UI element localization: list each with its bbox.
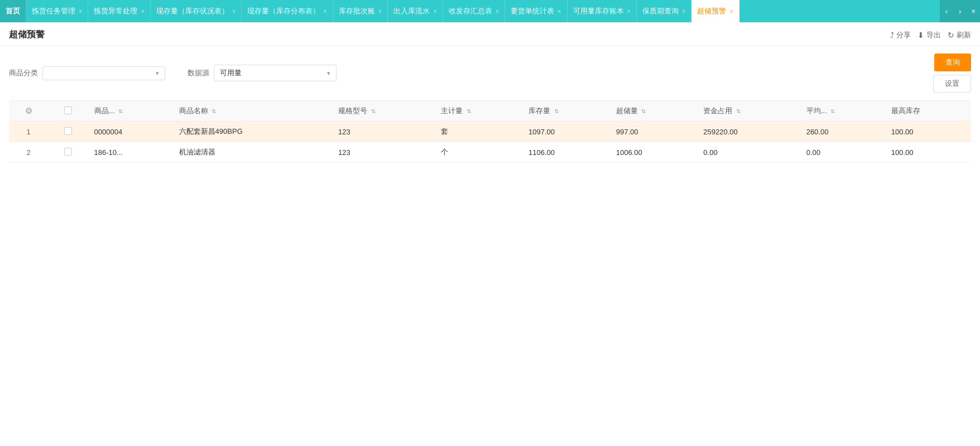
category-filter-group: 商品分类 ▾ [9,66,165,80]
table-row: 2 186-10... 机油滤清器 123 个 1106.00 1006.00 … [9,142,971,163]
nav-close-icon[interactable]: × [496,8,499,14]
nav-label: 保质期查询 [642,6,679,16]
nav-close-active-icon[interactable]: × [729,8,733,14]
share-label: 分享 [896,30,911,40]
nav-label: 超储预警 [697,6,726,16]
nav-item-inventory-dist[interactable]: 现存量（库存分布表） × [242,0,333,22]
nav-item-inventory-status[interactable]: 现存量（库存状况表） × [151,0,242,22]
datasource-filter-group: 数据源 可用量 ▾ [188,65,337,81]
spec-column-header[interactable]: 规格型号 ⇅ [333,101,435,122]
row-avg: 0.00 [801,142,886,163]
nav-item-inventory-batch[interactable]: 库存批次账 × [333,0,388,22]
nav-label: 出入库流水 [393,6,430,16]
nav-item-available-account[interactable]: 可用量库存账本 × [568,0,637,22]
nav-item-quality-check[interactable]: 保质期查询 × [637,0,691,22]
row-num: 1 [9,122,48,142]
nav-label: 可用量库存账本 [573,6,624,16]
filter-area: 商品分类 ▾ 数据源 可用量 ▾ 查询 设置 [0,46,980,100]
nav-close-icon[interactable]: × [627,8,631,14]
category-filter-label: 商品分类 [9,68,38,78]
nav-item-overstock-warning[interactable]: 超储预警 × [691,0,739,22]
row-spec: 123 [333,122,435,142]
avg-column-header[interactable]: 平均... ⇅ [801,101,886,122]
nav-item-inout-flow[interactable]: 出入库流水 × [388,0,443,22]
nav-more-button[interactable]: × [967,0,980,22]
row-unit: 套 [435,122,523,142]
max-inventory-column-header: 最高库存 [886,101,971,122]
nav-close-icon[interactable]: × [433,8,436,14]
row-max-inventory: 100.00 [886,142,971,163]
nav-label: 要货单统计表 [511,6,554,16]
sort-icon: ⇅ [736,108,741,114]
nav-item-tanhuo-task[interactable]: 拣货任务管理 × [26,0,88,22]
product-code-column-header[interactable]: 商品... ⇅ [89,101,174,122]
filter-buttons: 查询 设置 [933,54,971,93]
data-table: ⚙ 商品... ⇅ 商品名称 ⇅ 规格型号 ⇅ [9,100,971,163]
export-button[interactable]: ⬇ 导出 [917,30,941,40]
nav-label: 库存批次账 [339,6,375,16]
table-wrapper: ⚙ 商品... ⇅ 商品名称 ⇅ 规格型号 ⇅ [0,100,980,163]
product-name-column-header[interactable]: 商品名称 ⇅ [174,101,333,122]
sort-icon: ⇅ [467,108,471,114]
row-spec: 123 [333,142,435,163]
share-icon: ⤴ [890,31,894,40]
nav-close-icon[interactable]: × [141,8,144,14]
nav-item-receive-summary[interactable]: 收发存汇总表 × [443,0,505,22]
refresh-label: 刷新 [957,30,971,40]
table-header-row: ⚙ 商品... ⇅ 商品名称 ⇅ 规格型号 ⇅ [9,101,971,122]
nav-close-icon[interactable]: × [378,8,382,14]
nav-label: 拣货任务管理 [32,6,75,16]
row-capital: 0.00 [698,142,800,163]
row-checkbox[interactable] [64,148,72,156]
datasource-chevron-icon: ▾ [327,70,330,77]
datasource-select[interactable]: 可用量 ▾ [214,65,337,81]
unit-column-header[interactable]: 主计量 ⇅ [435,101,523,122]
refresh-button[interactable]: ↻ 刷新 [948,30,971,40]
nav-item-home[interactable]: 首页 [0,0,26,22]
row-product-code: 186-10... [89,142,174,163]
sort-icon: ⇅ [118,108,123,114]
row-checkbox-cell [48,142,88,163]
table-row: 1 0000004 六配套新昌490BPG 123 套 1097.00 997.… [9,122,971,142]
nav-close-icon[interactable]: × [323,8,326,14]
row-product-name: 六配套新昌490BPG [174,122,333,142]
capital-column-header[interactable]: 资金占用 ⇅ [698,101,800,122]
row-checkbox-cell [48,122,88,142]
sort-icon: ⇅ [212,108,216,114]
export-icon: ⬇ [917,31,924,40]
nav-close-icon[interactable]: × [79,8,82,14]
select-all-checkbox[interactable] [64,106,72,114]
query-button[interactable]: 查询 [934,54,971,71]
category-select[interactable]: ▾ [42,66,165,80]
page-header: 超储预警 ⤴ 分享 ⬇ 导出 ↻ 刷新 [0,22,980,46]
nav-close-icon[interactable]: × [232,8,236,14]
nav-item-order-stats[interactable]: 要货单统计表 × [505,0,567,22]
nav-close-icon[interactable]: × [558,8,561,14]
row-capital: 259220.00 [698,122,800,142]
nav-next-button[interactable]: › [953,0,967,22]
row-unit: 个 [435,142,523,163]
top-nav: 首页 拣货任务管理 × 拣货异常处理 × 现存量（库存状况表） × 现存量（库存… [0,0,980,22]
refresh-icon: ↻ [948,31,954,40]
nav-label: 现存量（库存状况表） [156,6,229,16]
inventory-column-header[interactable]: 库存量 ⇅ [523,101,611,122]
overstock-column-header[interactable]: 超储量 ⇅ [611,101,698,122]
nav-item-tanhuo-exception[interactable]: 拣货异常处理 × [88,0,150,22]
nav-arrows: ‹ › × [940,0,980,22]
nav-prev-button[interactable]: ‹ [940,0,953,22]
row-avg: 260.00 [801,122,886,142]
row-num: 2 [9,142,48,163]
row-checkbox[interactable] [64,127,72,135]
row-product-code: 0000004 [89,122,174,142]
export-label: 导出 [926,30,941,40]
checkbox-column-header [48,101,88,122]
share-button[interactable]: ⤴ 分享 [890,30,911,40]
settings-column-header[interactable]: ⚙ [9,101,48,122]
row-max-inventory: 100.00 [886,122,971,142]
nav-home-label: 首页 [6,6,20,16]
nav-close-icon[interactable]: × [682,8,685,14]
sort-icon: ⇅ [371,108,376,114]
row-overstock: 1006.00 [611,142,698,163]
sort-icon: ⇅ [554,108,559,114]
settings-button[interactable]: 设置 [933,75,971,93]
